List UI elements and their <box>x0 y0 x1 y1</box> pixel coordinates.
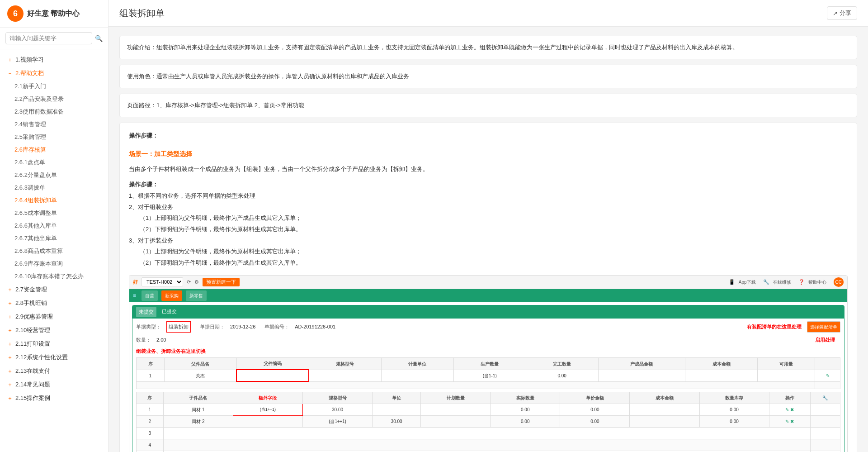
sidebar-item-mobile[interactable]: ＋ 2.8手机旺铺 <box>0 296 108 310</box>
search-box: 🔍 <box>0 28 108 49</box>
sim-logo: 好 <box>133 277 138 287</box>
sim-sub-th-actual: 实际数量 <box>491 392 560 404</box>
step3-1-text: （1）上部明细为父件明细，最终作为原材料生成其它出库单； <box>140 246 848 257</box>
sidebar-item-sales[interactable]: 2.4销售管理 <box>0 118 108 131</box>
sim-th-seq: 序 <box>137 358 165 370</box>
sim-menu-icon: ≡ <box>133 290 136 301</box>
sidebar-item-other-out[interactable]: 2.6.7其他出库单 <box>0 232 108 245</box>
sidebar-item-coupon[interactable]: ＋ 2.9优惠券管理 <box>0 310 108 324</box>
main-content: 组装拆卸单 ↗ 分享 功能介绍：组装拆卸单用来处理企业组装或拆卸等加工业务，支持… <box>108 0 868 452</box>
sim-sub-th-child-name: 子件品名 <box>163 392 233 404</box>
nav-list: ＋ 1.视频学习 － 2.帮助文档 2.1新手入门 2.2产品安装及登录 2.3… <box>0 49 108 452</box>
content-area: 功能介绍：组装拆卸单用来处理企业组装或拆卸等加工业务，支持有固定装配清单的产品加… <box>108 27 868 452</box>
sim-form-tab-new[interactable]: 未提交 <box>136 307 156 317</box>
sidebar-item-beginner[interactable]: 2.1新手入门 <box>0 80 108 93</box>
sim-tab-retail[interactable]: 新零售 <box>186 290 207 301</box>
step1-text: 1、根据不同的业务，选择不同单据的类型来处理 <box>129 190 848 202</box>
sim-th-spec: 规格型号 <box>309 358 381 370</box>
sidebar-item-assembly[interactable]: 2.6.4组装拆卸单 <box>0 194 108 207</box>
step2-1-text: （1）上部明细为父件明细，最终作为产成品生成其它入库单； <box>140 213 848 224</box>
sidebar-item-inventory[interactable]: 2.6库存核算 <box>0 143 108 156</box>
sim-type-value[interactable]: 组装拆卸 <box>166 321 191 333</box>
sim-form-tab-submit[interactable]: 已提交 <box>162 307 177 317</box>
page-title: 组装拆卸单 <box>119 7 165 19</box>
search-input[interactable] <box>5 32 92 44</box>
sim-new-btn[interactable]: 预置新建一下 <box>203 278 240 286</box>
sim-annotation2: 启用处理 <box>815 335 835 345</box>
plus-icon: ＋ <box>7 381 13 389</box>
sim-td-code <box>236 370 309 381</box>
sim-sub-table: 序 子件品名 额外字段 规格型号 单位 计划数量 实际数量 单价金额 <box>136 392 840 452</box>
sim-app-icon: 📱 <box>729 277 735 287</box>
sidebar-item-cases[interactable]: ＋ 2.15操作案例 <box>0 391 108 405</box>
sidebar-item-purchase[interactable]: 2.5采购管理 <box>0 131 108 143</box>
logo-icon: 6 <box>7 5 24 22</box>
ops-heading: 操作步骤： <box>129 130 848 142</box>
sidebar-item-transfer[interactable]: 2.6.3调拨单 <box>0 181 108 194</box>
sim-select-bom-btn[interactable]: 选择装配清单 <box>807 321 840 333</box>
sidebar-section-label: 2.12系统个性化设置 <box>15 353 68 362</box>
sim-th-product-cost: 产成品金额 <box>598 358 685 370</box>
sidebar-item-data-prep[interactable]: 2.3使用前数据准备 <box>0 105 108 118</box>
sidebar-header: 6 好生意 帮助中心 <box>0 0 108 28</box>
table-row <box>137 381 840 389</box>
sim-qty-label: 数量： <box>136 335 151 345</box>
plus-icon: ＋ <box>7 327 13 334</box>
sidebar-item-ledger-fix[interactable]: 2.6.10库存账本错了怎么办 <box>0 270 108 283</box>
sim-th-avail: 可用量 <box>758 358 815 370</box>
sim-table: 序 父件品名 父件编码 规格型号 计量单位 生产数量 完工数量 产成品金额 成本 <box>136 357 840 389</box>
sim-sub-row: 1周材 1 (当1+÷1) 30.00 0.00 0.00 0.00 ✎ ✖ <box>137 404 840 415</box>
sim-td-spec <box>309 370 381 381</box>
sidebar-item-print[interactable]: ＋ 2.11打印设置 <box>0 337 108 351</box>
sidebar-section-label: 2.15操作案例 <box>15 394 50 402</box>
sim-store-select[interactable]: TEST-H002 <box>142 277 183 286</box>
sidebar-item-batch-stocktake[interactable]: 2.6.2分量盘点单 <box>0 169 108 181</box>
sidebar-item-video[interactable]: ＋ 1.视频学习 <box>0 53 108 67</box>
sim-table-header: 序 父件品名 父件编码 规格型号 计量单位 生产数量 完工数量 产成品金额 成本 <box>137 358 840 370</box>
sidebar-section-label: 2.14常见问题 <box>15 381 50 389</box>
sidebar-item-other-in[interactable]: 2.6.6其他入库单 <box>0 219 108 232</box>
plus-icon: ＋ <box>7 56 13 64</box>
sim-sub-row: 2周材 2 (当1÷÷1) 30.00 0.00 0.00 0.00 ✎ ✖ <box>137 415 840 427</box>
sidebar-item-finance[interactable]: ＋ 2.7资金管理 <box>0 283 108 296</box>
sidebar-item-payment[interactable]: ＋ 2.13在线支付 <box>0 364 108 378</box>
sim-tab-ziying[interactable]: 自营 <box>142 290 158 301</box>
sim-sub-row-empty: 4 <box>137 439 840 451</box>
search-icon[interactable]: 🔍 <box>95 35 103 42</box>
sidebar-item-faq[interactable]: ＋ 2.14常见问题 <box>0 378 108 391</box>
sidebar-item-install[interactable]: 2.2产品安装及登录 <box>0 93 108 105</box>
sim-th-prod-qty: 生产数量 <box>453 358 526 370</box>
ops-steps-label: 操作步骤： <box>129 179 848 190</box>
sim-th-ops <box>815 358 840 370</box>
sidebar-section-label: 2.8手机旺铺 <box>15 299 47 307</box>
sim-no-label: 单据编号： <box>264 322 289 332</box>
sim-sub-th-cost: 成本金额 <box>630 392 699 404</box>
sidebar-item-stocktake[interactable]: 2.6.1盘点单 <box>0 156 108 169</box>
table-row: 1 关杰 (当1-1) 0.00 <box>137 370 840 381</box>
sim-td-seq: 1 <box>137 370 165 381</box>
sidebar-item-stock-ledger[interactable]: 2.6.9库存账本查询 <box>0 257 108 270</box>
sim-sub-header: 序 子件品名 额外字段 规格型号 单位 计划数量 实际数量 单价金额 <box>137 392 840 404</box>
sim-help-label: 帮助中心 <box>808 278 826 286</box>
sidebar: 6 好生意 帮助中心 🔍 ＋ 1.视频学习 － 2.帮助文档 2.1新手入门 2… <box>0 0 108 452</box>
sim-qty-value: 2.00 <box>156 335 166 345</box>
sidebar-item-help-docs[interactable]: － 2.帮助文档 <box>0 67 108 80</box>
step3-text: 3、对于拆装业务 <box>129 235 848 247</box>
plus-icon: ＋ <box>7 340 13 348</box>
sidebar-section-label: 2.9优惠券管理 <box>15 313 53 321</box>
sidebar-item-sys-config[interactable]: ＋ 2.12系统个性化设置 <box>0 351 108 364</box>
path-text: 页面路径：1、库存核算->库存管理->组装拆卸单 2、首页->常用功能 <box>127 100 849 110</box>
sim-annotation3: 组装业务、拆卸业务在这里切换 <box>136 347 206 356</box>
intro-text: 功能介绍：组装拆卸单用来处理企业组装或拆卸等加工业务，支持有固定装配清单的产品加… <box>127 43 849 52</box>
sim-sub-row-empty: 3 <box>137 427 840 439</box>
sidebar-item-cost-adjust[interactable]: 2.6.5成本调整单 <box>0 207 108 219</box>
sidebar-section-label: 2.7资金管理 <box>15 285 47 294</box>
sim-form-tabs: 未提交 已提交 <box>132 305 844 319</box>
share-button[interactable]: ↗ 分享 <box>827 6 857 20</box>
sim-td-action[interactable]: ✎ <box>815 370 840 381</box>
sim-tab-purchase[interactable]: 新采购 <box>161 290 182 301</box>
sidebar-item-cost-recalc[interactable]: 2.6.8商品成本重算 <box>0 245 108 257</box>
plus-icon: ＋ <box>7 354 13 362</box>
sidebar-item-biz-mgmt[interactable]: ＋ 2.10经营管理 <box>0 324 108 337</box>
sim-sub-th-spec: 规格型号 <box>302 392 372 404</box>
